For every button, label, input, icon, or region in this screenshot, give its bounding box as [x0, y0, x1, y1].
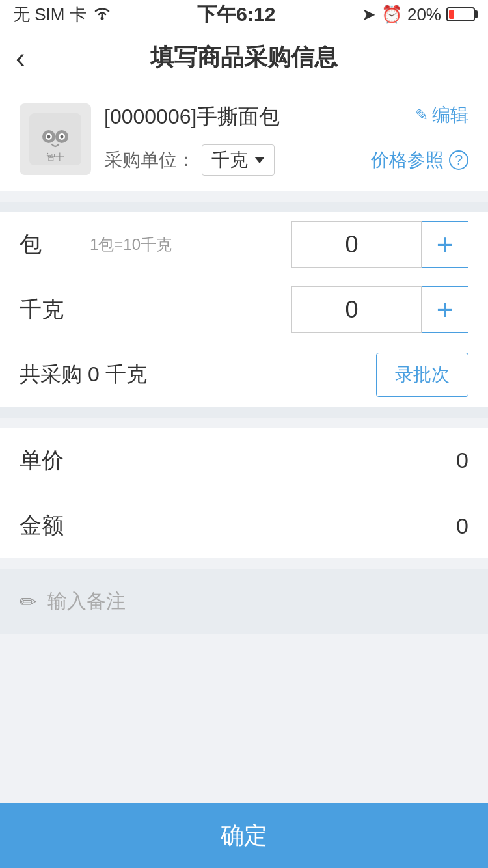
kg-input[interactable]	[291, 286, 422, 333]
kg-label: 千克	[20, 295, 85, 325]
back-button[interactable]: ‹	[16, 42, 25, 74]
status-right: ➤ ⏰ 20%	[362, 5, 475, 25]
product-card: 智十 [0000006]手撕面包 ✎ 编辑 采购单位： 千克 价格参照 ?	[0, 87, 488, 191]
product-info: [0000006]手撕面包 ✎ 编辑 采购单位： 千克 价格参照 ?	[104, 103, 468, 176]
edit-icon: ✎	[415, 106, 428, 124]
page-title: 填写商品采购信息	[150, 42, 338, 74]
separator-2	[0, 407, 488, 418]
amount-value: 0	[456, 513, 468, 539]
svg-point-6	[47, 135, 51, 139]
pack-input[interactable]	[291, 221, 422, 268]
product-header: [0000006]手撕面包 ✎ 编辑	[104, 103, 468, 131]
unit-price-label: 单价	[20, 446, 64, 476]
alarm-icon: ⏰	[381, 5, 402, 25]
svg-point-7	[61, 135, 64, 139]
kg-row: 千克 +	[0, 277, 488, 342]
product-name: [0000006]手撕面包	[104, 103, 415, 131]
edit-label: 编辑	[432, 103, 468, 128]
svg-point-0	[100, 16, 103, 20]
product-thumb-icon: 智十	[29, 113, 81, 165]
kg-plus-button[interactable]: +	[422, 286, 468, 333]
pack-label: 包	[20, 230, 85, 260]
pack-sub: 1包=10千克	[90, 234, 172, 255]
chevron-down-icon	[254, 157, 265, 163]
unit-label: 采购单位：	[104, 148, 195, 172]
unit-price-value: 0	[456, 448, 468, 473]
total-row: 共采购 0 千克 录批次	[0, 342, 488, 407]
unit-price-row: 单价 0	[0, 428, 488, 493]
location-icon: ➤	[362, 5, 376, 25]
amount-label: 金额	[20, 511, 64, 541]
separator-1	[0, 202, 488, 212]
battery-icon	[446, 7, 475, 21]
product-unit-row: 采购单位： 千克 价格参照 ?	[104, 144, 468, 176]
pack-controls: +	[291, 221, 468, 268]
product-thumbnail: 智十	[20, 103, 91, 175]
note-pencil-icon: ✏	[20, 590, 37, 614]
kg-controls: +	[291, 286, 468, 333]
note-placeholder: 输入备注	[47, 588, 126, 615]
price-section: 单价 0 金额 0	[0, 428, 488, 558]
status-time: 下午6:12	[197, 1, 275, 28]
pack-row: 包 1包=10千克 +	[0, 212, 488, 277]
svg-text:智十: 智十	[46, 152, 64, 162]
status-left: 无 SIM 卡	[13, 3, 111, 26]
bottom-area	[0, 634, 488, 830]
sim-signal: 无 SIM 卡	[13, 3, 87, 26]
price-reference-button[interactable]: 价格参照 ?	[371, 148, 468, 172]
nav-bar: ‹ 填写商品采购信息	[0, 29, 488, 87]
total-label: 共采购 0 千克	[20, 360, 147, 389]
wifi-icon	[93, 5, 111, 25]
status-bar: 无 SIM 卡 下午6:12 ➤ ⏰ 20%	[0, 0, 488, 29]
amount-row: 金额 0	[0, 493, 488, 558]
note-section[interactable]: ✏ 输入备注	[0, 569, 488, 634]
unit-select[interactable]: 千克	[202, 144, 275, 176]
edit-button[interactable]: ✎ 编辑	[415, 103, 468, 128]
unit-value: 千克	[211, 148, 248, 172]
price-ref-question-icon: ?	[449, 150, 468, 170]
confirm-button[interactable]: 确定	[0, 803, 488, 868]
price-ref-label: 价格参照	[371, 148, 444, 172]
input-section: 包 1包=10千克 + 千克 + 共采购 0 千克 录批次	[0, 212, 488, 407]
batch-button[interactable]: 录批次	[376, 353, 468, 397]
battery-percent: 20%	[407, 5, 441, 25]
pack-plus-button[interactable]: +	[422, 221, 468, 268]
